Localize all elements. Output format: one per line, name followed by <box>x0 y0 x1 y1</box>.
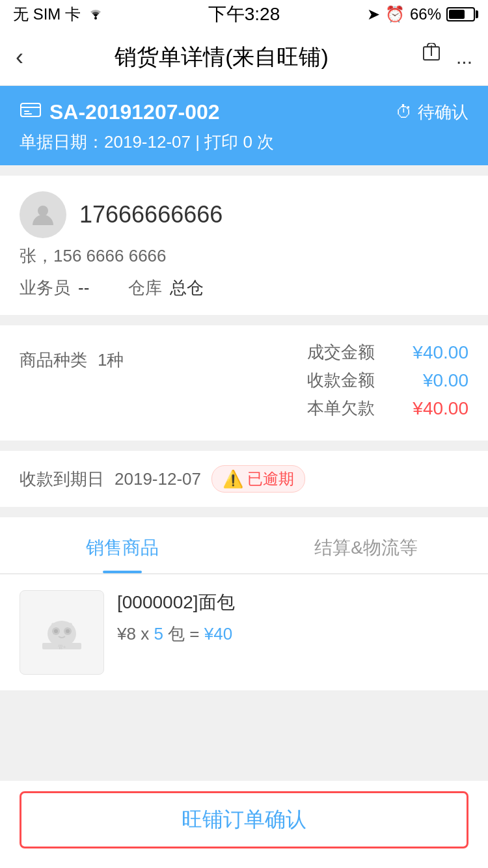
tab-sales-products[interactable]: 销售商品 <box>0 517 244 573</box>
product-total: ¥40 <box>204 624 232 644</box>
location-icon: ➤ <box>367 5 380 23</box>
collected-amount-row: 收款金额 ¥0.00 <box>307 369 468 392</box>
order-header-top: SA-20191207-002 ⏱ 待确认 <box>20 100 468 124</box>
order-id: SA-20191207-002 <box>20 100 220 124</box>
product-logo: 管+ <box>36 613 88 652</box>
transaction-value: ¥40.00 <box>390 342 468 363</box>
svg-text:管+: 管+ <box>58 644 66 650</box>
overdue-badge: ⚠️ 已逾期 <box>211 465 305 493</box>
page-title: 销货单详情(来自旺铺) <box>115 42 329 72</box>
clock-icon: ⏱ <box>396 102 413 122</box>
product-qty: 5 <box>154 624 163 644</box>
tab-settlement[interactable]: 结算&物流等 <box>244 517 488 573</box>
due-label: 收款到期日 <box>20 468 104 491</box>
summary-section: 商品种类 1种 成交金额 ¥40.00 收款金额 ¥0.00 本单欠款 ¥40.… <box>0 325 488 441</box>
overdue-text: 已逾期 <box>247 468 294 489</box>
status-time: 下午3:28 <box>208 2 280 27</box>
product-item: 管+ [0000002]面包 ¥8 x 5 包 = ¥40 <box>0 574 488 690</box>
product-image: 管+ <box>20 590 104 675</box>
more-icon[interactable]: ... <box>456 46 472 68</box>
alarm-icon: ⏰ <box>385 5 405 23</box>
order-date-row: 单据日期：2019-12-07 | 打印 0 次 <box>20 131 468 154</box>
multiply-sign: x <box>141 624 154 644</box>
salesperson-item: 业务员 -- <box>20 277 89 299</box>
salesperson-value: -- <box>78 278 89 298</box>
equals-sign: = <box>189 624 204 644</box>
product-category-row: 商品种类 1种 <box>20 349 124 372</box>
customer-section: 17666666666 张，156 6666 6666 业务员 -- 仓库 总仓 <box>0 176 488 315</box>
svg-point-8 <box>66 629 70 633</box>
svg-point-7 <box>54 629 58 633</box>
product-price: ¥8 <box>117 624 136 644</box>
nav-actions: ... <box>420 43 472 71</box>
due-date-value: 2019-12-07 <box>115 469 201 489</box>
summary-right: 成交金额 ¥40.00 收款金额 ¥0.00 本单欠款 ¥40.00 <box>307 341 468 425</box>
product-category-value: 1种 <box>98 349 124 372</box>
battery-label: 66% <box>410 5 441 23</box>
svg-point-0 <box>94 17 97 20</box>
warehouse-value: 总仓 <box>170 277 204 299</box>
status-left: 无 SIM 卡 <box>13 4 105 25</box>
order-status: ⏱ 待确认 <box>396 101 468 124</box>
order-id-text: SA-20191207-002 <box>49 100 220 124</box>
transaction-amount-row: 成交金额 ¥40.00 <box>307 341 468 364</box>
customer-name: 张，156 6666 6666 <box>20 245 468 267</box>
owed-label: 本单欠款 <box>307 397 375 420</box>
carrier-label: 无 SIM 卡 <box>13 4 81 25</box>
status-right: ➤ ⏰ 66% <box>367 5 475 23</box>
nav-bar: ‹ 销货单详情(来自旺铺) ... <box>0 29 488 86</box>
collected-value: ¥0.00 <box>390 370 468 391</box>
order-id-icon <box>20 100 42 124</box>
summary-left: 商品种类 1种 <box>20 341 124 372</box>
warehouse-label: 仓库 <box>128 277 162 299</box>
avatar <box>20 191 66 238</box>
product-unit: 包 <box>168 624 185 644</box>
status-text: 待确认 <box>418 101 468 124</box>
battery-icon <box>446 7 475 21</box>
product-category-label: 商品种类 <box>20 349 87 372</box>
svg-point-3 <box>38 206 48 216</box>
back-button[interactable]: ‹ <box>16 44 23 71</box>
product-calc: ¥8 x 5 包 = ¥40 <box>117 623 468 645</box>
due-section: 收款到期日 2019-12-07 ⚠️ 已逾期 <box>0 451 488 507</box>
warehouse-item: 仓库 总仓 <box>128 277 204 299</box>
transaction-label: 成交金额 <box>307 341 375 364</box>
product-info: [0000002]面包 ¥8 x 5 包 = ¥40 <box>117 590 468 645</box>
wifi-icon <box>86 5 105 23</box>
customer-top: 17666666666 <box>20 191 468 238</box>
confirm-button[interactable]: 旺铺订单确认 <box>20 791 468 848</box>
salesperson-label: 业务员 <box>20 277 70 299</box>
warning-icon: ⚠️ <box>223 469 243 489</box>
tabs-section: 销售商品 结算&物流等 管+ <box>0 517 488 690</box>
order-header: SA-20191207-002 ⏱ 待确认 单据日期：2019-12-07 | … <box>0 86 488 165</box>
bottom-bar: 旺铺订单确认 <box>0 781 488 868</box>
status-bar: 无 SIM 卡 下午3:28 ➤ ⏰ 66% <box>0 0 488 29</box>
owed-value: ¥40.00 <box>390 398 468 419</box>
customer-meta: 业务员 -- 仓库 总仓 <box>20 277 468 299</box>
collected-label: 收款金额 <box>307 369 375 392</box>
customer-phone: 17666666666 <box>79 201 223 228</box>
battery-fill <box>449 10 465 19</box>
share-icon[interactable] <box>420 43 443 71</box>
owed-amount-row: 本单欠款 ¥40.00 <box>307 397 468 420</box>
tabs-row: 销售商品 结算&物流等 <box>0 517 488 574</box>
product-name: [0000002]面包 <box>117 590 468 615</box>
